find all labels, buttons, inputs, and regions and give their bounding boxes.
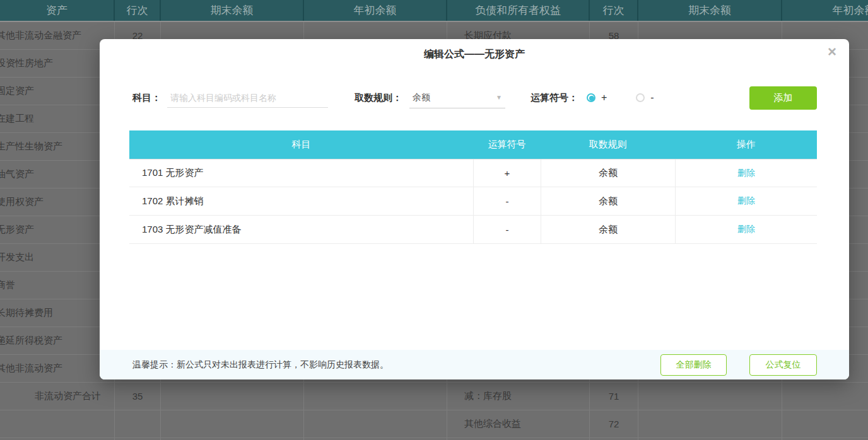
formula-operator-cell: - [473,216,541,243]
bg-asset-label: 使用权资产 [0,188,115,216]
bg-column-header: 年初余额 [782,0,868,21]
delete-row-link[interactable]: 删除 [737,195,755,207]
edit-formula-dialog: 编辑公式——无形资产 × 科目： 取数规则： 余额 ▼ 运算符号： + - 添加 [100,39,849,379]
bg-asset-label: 其他非流动金融资产 [0,22,115,49]
bg-ending-balance-cell [161,383,304,410]
bg-asset-label: 商誉 [0,272,115,299]
bg-column-header: 资产 [0,0,115,21]
bg-asset-label: 长期待摊费用 [0,299,115,327]
formula-table-header: 科目 运算符号 取数规则 操作 [129,130,817,159]
formula-operator-cell: + [473,159,541,187]
footer-tip-text: 温馨提示：新公式只对未出报表进行计算，不影响历史报表数据。 [132,350,389,379]
bg-table-row: 其他综合收益72 [0,410,868,438]
formula-action-cell: 删除 [675,187,817,215]
chevron-down-icon: ▼ [496,94,502,101]
formula-reset-button[interactable]: 公式复位 [749,354,817,376]
radio-unselected-icon [636,93,645,102]
dialog-title: 编辑公式——无形资产 [100,48,849,61]
rule-select-value: 余额 [413,92,430,103]
formula-form-row: 科目： 取数规则： 余额 ▼ 运算符号： + - 添加 [132,85,817,110]
formula-action-cell: 删除 [675,159,817,187]
formula-row: 1702 累计摊销-余额删除 [129,187,817,216]
bg-liability-line-no: 71 [590,383,638,410]
bg-liability-label: 其他综合收益 [447,410,590,437]
operator-minus-radio[interactable]: - [636,92,654,103]
bg-column-header: 行次 [590,0,638,21]
formula-subject-cell: 1703 无形资产减值准备 [129,216,473,243]
bg-asset-label: 生产性生物资产 [0,133,115,160]
formula-rule-cell: 余额 [541,187,675,215]
bg-asset-line-no: 35 [115,383,161,410]
formula-subject-cell: 1701 无形资产 [129,159,473,187]
formula-row: 1703 无形资产减值准备-余额删除 [129,216,817,244]
bg-column-header: 负债和所有者权益 [447,0,590,21]
bg-asset-label: 开发支出 [0,244,115,271]
bg-liability-label: 减：库存股 [447,383,590,410]
operator-plus-radio[interactable]: + [587,92,607,103]
bg-beginning-balance-cell [782,410,868,437]
bg-column-header: 期末余额 [161,0,304,21]
bg-column-header: 期末余额 [638,0,782,21]
balance-sheet-header-row: 资产行次期末余额年初余额负债和所有者权益行次期末余额年初余额 [0,0,868,22]
bg-asset-label: 无形资产 [0,216,115,243]
bg-column-header: 行次 [115,0,161,21]
app-screen: 资产行次期末余额年初余额负债和所有者权益行次期末余额年初余额 其他非流动金融资产… [0,0,868,440]
subject-label: 科目： [132,92,161,104]
bg-liability-line-no: 72 [590,410,638,437]
formula-operator-cell: - [473,187,541,215]
formula-rule-cell: 余额 [541,216,675,243]
formula-row: 1701 无形资产+余额删除 [129,159,817,187]
column-header-subject: 科目 [129,130,473,159]
rule-label: 取数规则： [355,92,402,104]
formula-table: 科目 运算符号 取数规则 操作 1701 无形资产+余额删除1702 累计摊销-… [129,130,817,244]
column-header-action: 操作 [675,130,817,159]
bg-asset-line-no [115,410,161,437]
bg-beginning-balance-cell [782,383,868,410]
delete-row-link[interactable]: 删除 [737,168,755,179]
operator-minus-text: - [650,92,654,103]
bg-asset-label [0,410,115,437]
bg-asset-label: 递延所得税资产 [0,327,115,354]
delete-row-link[interactable]: 删除 [737,224,755,235]
subject-input[interactable] [167,88,328,108]
add-button[interactable]: 添加 [749,86,817,110]
formula-rule-cell: 余额 [541,159,675,187]
bg-table-row: 非流动资产合计35减：库存股71 [0,383,868,410]
dialog-footer: 温馨提示：新公式只对未出报表进行计算，不影响历史报表数据。 全部删除 公式复位 [100,350,849,379]
formula-action-cell: 删除 [675,216,817,243]
bg-column-header: 年初余额 [304,0,447,21]
bg-asset-label: 其他非流动资产 [0,355,115,382]
delete-all-button[interactable]: 全部删除 [660,354,727,376]
bg-ending-balance-cell [638,383,782,410]
bg-asset-label: 固定资产 [0,78,115,105]
bg-beginning-balance-cell [304,410,447,437]
bg-ending-balance-cell [161,410,304,437]
bg-beginning-balance-cell [304,383,447,410]
column-header-rule: 取数规则 [541,130,675,159]
bg-asset-label: 非流动资产合计 [0,383,115,410]
rule-select[interactable]: 余额 ▼ [409,88,505,108]
formula-table-body: 1701 无形资产+余额删除1702 累计摊销-余额删除1703 无形资产减值准… [129,159,817,244]
bg-ending-balance-cell [638,410,782,437]
bg-asset-label: 油气资产 [0,161,115,188]
formula-subject-cell: 1702 累计摊销 [129,187,473,215]
bg-asset-label: 投资性房地产 [0,50,115,77]
radio-selected-icon [587,93,595,102]
bg-asset-label: 在建工程 [0,105,115,132]
close-icon[interactable]: × [828,44,836,59]
operator-label: 运算符号： [531,92,578,104]
column-header-operator: 运算符号 [473,130,541,159]
operator-plus-text: + [601,92,607,103]
